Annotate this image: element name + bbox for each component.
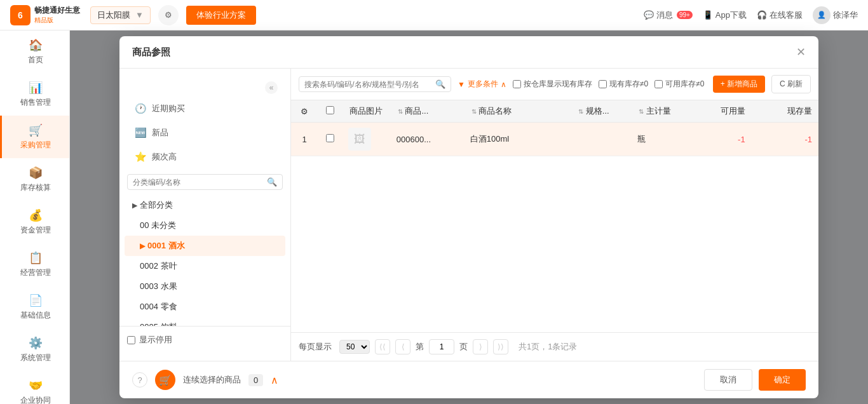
filter-arrow-icon: ∧ bbox=[501, 80, 506, 89]
finance-icon: 💰 bbox=[29, 208, 43, 222]
checkbox-available-nonzero-input[interactable] bbox=[654, 80, 663, 88]
category-search-icon[interactable]: 🔍 bbox=[267, 177, 277, 187]
category-0004[interactable]: 0004 零食 bbox=[125, 297, 285, 317]
right-toolbar: 🔍 ▼ 更多条件 ∧ 按仓库显示现有库存 bbox=[291, 69, 818, 100]
page-total: 共1页，1条记录 bbox=[519, 341, 577, 353]
checkbox-warehouse[interactable]: 按仓库显示现有库存 bbox=[513, 79, 592, 90]
sidebar-item-inventory[interactable]: 📦 库存核算 bbox=[0, 158, 69, 201]
main-search-bar[interactable]: 🔍 bbox=[299, 76, 451, 92]
confirm-button[interactable]: 确定 bbox=[759, 369, 806, 391]
store-name: 日太阳膜 bbox=[97, 10, 130, 21]
sidebar-item-enterprise-label: 企业协同 bbox=[20, 395, 51, 404]
category-0003-label: 0003 水果 bbox=[140, 281, 177, 292]
new-label: 新品 bbox=[152, 127, 168, 138]
sort-name-icon: ⇅ bbox=[471, 108, 477, 115]
category-0001[interactable]: ▶ 0001 酒水 bbox=[125, 236, 285, 256]
close-icon[interactable]: ✕ bbox=[796, 45, 806, 59]
category-search-bar[interactable]: 🔍 bbox=[127, 174, 283, 190]
sidebar-item-inventory-label: 库存核算 bbox=[20, 182, 51, 193]
sidebar-item-enterprise[interactable]: 🤝 企业协同 bbox=[0, 371, 69, 404]
store-selector[interactable]: 日太阳膜 ▼ bbox=[90, 6, 151, 24]
category-all-label: 全部分类 bbox=[140, 199, 173, 211]
category-00[interactable]: 00 未分类 bbox=[125, 215, 285, 236]
col-header-code[interactable]: ⇅ 商品... bbox=[390, 100, 464, 123]
sidebar-item-purchase-label: 采购管理 bbox=[20, 140, 51, 151]
per-page-label: 每页显示 bbox=[299, 341, 332, 353]
headset-icon: 🎧 bbox=[757, 10, 767, 20]
sidebar-item-sales-label: 销售管理 bbox=[20, 97, 51, 108]
filter-button[interactable]: ▼ 更多条件 ∧ bbox=[458, 79, 506, 90]
trial-button[interactable]: 体验行业方案 bbox=[186, 6, 256, 25]
recent-purchases-item[interactable]: 🕐 近期购买 bbox=[127, 99, 283, 118]
sidebar-item-operations[interactable]: 📋 经营管理 bbox=[0, 243, 69, 286]
sidebar-item-purchase[interactable]: 🛒 采购管理 bbox=[0, 116, 69, 158]
add-product-button[interactable]: + 新增商品 bbox=[713, 76, 765, 93]
page-next-button[interactable]: ⟩ bbox=[473, 339, 488, 354]
modal-backdrop: 商品参照 ✕ « 🕐 近期购买 bbox=[70, 30, 868, 404]
show-disabled-input[interactable] bbox=[127, 336, 135, 344]
cart-icon[interactable]: 🛒 bbox=[155, 370, 175, 390]
basic-icon: 📄 bbox=[29, 293, 43, 307]
online-service-item[interactable]: 🎧 在线客服 bbox=[757, 10, 803, 21]
inventory-icon: 📦 bbox=[29, 166, 43, 180]
page-prev-button[interactable]: ⟨ bbox=[395, 339, 410, 354]
category-search-input[interactable] bbox=[133, 178, 267, 187]
category-0003[interactable]: 0003 水果 bbox=[125, 276, 285, 297]
table-header-row: ⚙ 商品图片 ⇅ 商品... bbox=[291, 100, 818, 123]
category-0002[interactable]: 0002 茶叶 bbox=[125, 256, 285, 276]
sidebar-item-basic[interactable]: 📄 基础信息 bbox=[0, 286, 69, 328]
sidebar-item-system[interactable]: ⚙️ 系统管理 bbox=[0, 328, 69, 371]
col-header-name[interactable]: ⇅ 商品名称 bbox=[464, 100, 571, 123]
col-header-stock: 现存量 bbox=[752, 100, 818, 123]
sidebar-item-finance[interactable]: 💰 资金管理 bbox=[0, 201, 69, 243]
category-0004-label: 0004 零食 bbox=[140, 301, 177, 313]
app-download-item[interactable]: 📱 App下载 bbox=[703, 10, 747, 21]
show-disabled-checkbox[interactable]: 显示停用 bbox=[127, 334, 172, 346]
per-page-select[interactable]: 50 bbox=[339, 340, 370, 354]
page-last-button[interactable]: ⟩⟩ bbox=[493, 339, 508, 354]
search-icon[interactable]: 🔍 bbox=[435, 79, 445, 89]
new-icon: 🆕 bbox=[135, 127, 147, 138]
select-all-checkbox[interactable] bbox=[326, 106, 334, 114]
row-code: 000600... bbox=[390, 123, 464, 156]
category-all[interactable]: ▶ 全部分类 bbox=[125, 195, 285, 215]
gear-icon[interactable]: ⚙ bbox=[158, 5, 179, 25]
category-0005[interactable]: 0005 饮料 bbox=[125, 317, 285, 326]
product-thumbnail: 🖼 bbox=[348, 128, 371, 151]
help-icon[interactable]: ? bbox=[132, 372, 147, 387]
logo-area: 6 畅捷通好生意 精品版 bbox=[10, 5, 80, 25]
row-check[interactable] bbox=[318, 123, 342, 156]
checkbox-available-nonzero[interactable]: 可用库存≠0 bbox=[654, 79, 704, 90]
row-stock: -1 bbox=[752, 123, 818, 156]
col-header-spec[interactable]: ⇅ 规格... bbox=[571, 100, 631, 123]
collapse-left-button[interactable]: « bbox=[265, 81, 278, 94]
checkbox-stock-nonzero[interactable]: 现有库存≠0 bbox=[599, 79, 648, 90]
col-header-check[interactable] bbox=[318, 100, 342, 123]
col-header-unit[interactable]: ⇅ 主计量 bbox=[631, 100, 684, 123]
new-products-item[interactable]: 🆕 新品 bbox=[127, 123, 283, 142]
page-first-button[interactable]: ⟨⟨ bbox=[375, 339, 390, 354]
cancel-button[interactable]: 取消 bbox=[704, 369, 752, 391]
right-panel: 🔍 ▼ 更多条件 ∧ 按仓库显示现有库存 bbox=[291, 69, 818, 361]
main-layout: 🏠 首页 📊 销售管理 🛒 采购管理 📦 库存核算 💰 资金管理 📋 经营管理 … bbox=[0, 30, 868, 404]
table-row[interactable]: 1 🖼 000600... 白酒100ml 瓶 bbox=[291, 123, 818, 156]
page-suffix: 页 bbox=[459, 341, 468, 353]
footer-left: ? 🛒 连续选择的商品 0 ∧ bbox=[132, 370, 278, 390]
checkbox-warehouse-input[interactable] bbox=[513, 80, 521, 88]
collapse-up-icon[interactable]: ∧ bbox=[271, 374, 278, 386]
sidebar-item-home[interactable]: 🏠 首页 bbox=[0, 30, 69, 73]
checkbox-stock-nonzero-label: 现有库存≠0 bbox=[609, 79, 648, 90]
refresh-button[interactable]: C 刷新 bbox=[771, 75, 811, 93]
checkbox-stock-nonzero-input[interactable] bbox=[599, 80, 607, 88]
page-input[interactable] bbox=[429, 339, 454, 354]
main-search-input[interactable] bbox=[304, 80, 435, 89]
modal-footer: ? 🛒 连续选择的商品 0 ∧ 取消 确定 bbox=[119, 361, 818, 398]
col-header-settings[interactable]: ⚙ bbox=[291, 100, 318, 123]
page-label: 第 bbox=[416, 341, 424, 353]
frequent-item[interactable]: ⭐ 频次高 bbox=[127, 147, 283, 166]
sidebar-item-finance-label: 资金管理 bbox=[20, 225, 51, 236]
sidebar-item-sales[interactable]: 📊 销售管理 bbox=[0, 73, 69, 116]
user-nav-item[interactable]: 👤 徐泽华 bbox=[813, 6, 858, 24]
row-checkbox[interactable] bbox=[326, 134, 334, 142]
messages-nav-item[interactable]: 💬 消息 99+ bbox=[644, 10, 693, 21]
